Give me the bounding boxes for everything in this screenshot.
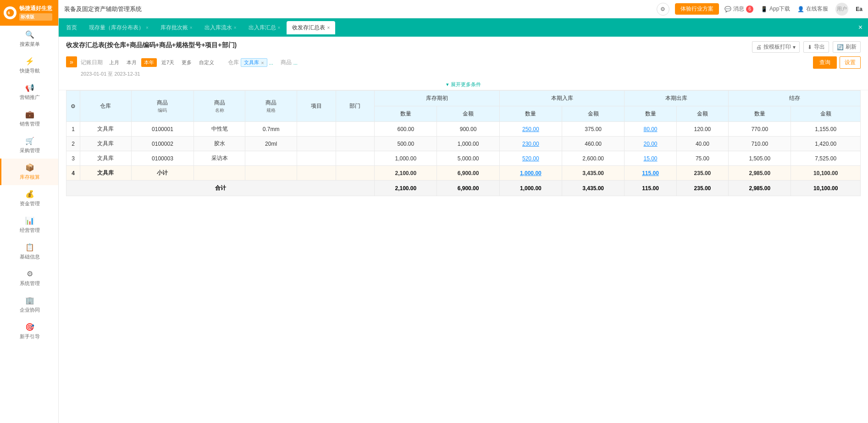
- user-avatar[interactable]: 用户: [835, 3, 848, 16]
- subtotal-col7: [336, 166, 374, 181]
- finance-icon: 💰: [25, 190, 34, 198]
- tab-inout-flow-close[interactable]: ×: [234, 25, 237, 30]
- th-group-opening: 库存期初: [375, 91, 500, 106]
- sidebar-item-newbie[interactable]: 🎯 新手引导: [0, 318, 58, 345]
- header-actions: 💬 消息 6 📱 App下载 👤 在线客服 用户 Ea: [724, 3, 862, 16]
- message-button[interactable]: 💬 消息 6: [724, 5, 753, 13]
- total-opening-amt: 6,900.00: [437, 181, 499, 196]
- sidebar-item-quick-nav[interactable]: ⚡ 快捷导航: [0, 52, 58, 79]
- chevron-down-icon: ▾: [793, 44, 796, 50]
- tab-home-label: 首页: [66, 24, 77, 32]
- experience-button[interactable]: 体验行业方案: [675, 3, 719, 15]
- row3-in-qty[interactable]: 520.00: [499, 151, 562, 166]
- row3-out-amt: 75.00: [676, 151, 728, 166]
- tab-recv-send-summary[interactable]: 收发存汇总表 ×: [287, 21, 335, 34]
- main-area: 装备及固定资产辅助管理系统 ⚙ 体验行业方案 💬 消息 6 📱 App下载 👤 …: [59, 0, 868, 423]
- row2-in-qty[interactable]: 230.00: [499, 137, 562, 151]
- sidebar-item-basic-info[interactable]: 📋 基础信息: [0, 238, 58, 265]
- app-name-short: 畅捷通好生意: [19, 5, 52, 12]
- subtotal-in-qty[interactable]: 1,000.00: [499, 166, 562, 181]
- row1-spec: 0.7mm: [245, 122, 297, 137]
- sidebar-item-finance[interactable]: 💰 资金管理: [0, 185, 58, 212]
- tab-batch-close[interactable]: ×: [190, 25, 193, 30]
- date-range-display: 2023-01-01 至 2023-12-31: [81, 71, 861, 79]
- warehouse-more[interactable]: ...: [269, 60, 273, 66]
- subtotal-col6: [297, 166, 336, 181]
- row1-out-qty-link[interactable]: 80.00: [643, 126, 657, 132]
- sidebar-item-search[interactable]: 🔍 搜索菜单: [0, 26, 58, 52]
- th-warehouse: 仓库: [80, 91, 132, 122]
- sidebar-item-inventory[interactable]: 📦 库存核算: [0, 159, 58, 185]
- query-button[interactable]: 查询: [813, 56, 837, 69]
- message-badge: 6: [746, 5, 753, 13]
- subtotal-out-qty-link[interactable]: 115.00: [642, 170, 659, 176]
- row1-project: [297, 122, 336, 137]
- print-template-label: 按模板打印: [763, 43, 791, 51]
- sidebar-item-corp[interactable]: 🏢 企业协同: [0, 291, 58, 318]
- tab-inout-summary[interactable]: 出入库汇总 ×: [243, 21, 286, 34]
- date-btn-last-month[interactable]: 上月: [106, 58, 122, 67]
- filter-toggle-button[interactable]: »: [66, 56, 77, 67]
- warehouse-tag-close[interactable]: ×: [261, 60, 264, 66]
- tab-inventory-dist-close[interactable]: ×: [146, 25, 149, 30]
- th-out-qty: 数量: [625, 106, 676, 122]
- subtotal-warehouse: 文具库: [80, 166, 132, 181]
- settings-button[interactable]: ⚙: [657, 3, 669, 16]
- app-download-button[interactable]: 📱 App下载: [761, 5, 790, 13]
- tab-bar: 首页 现存量（库存分布表） × 库存批次账 × 出入库流水 × 出入库汇总 × …: [59, 18, 868, 37]
- row1-in-qty-link[interactable]: 250.00: [522, 126, 539, 132]
- subtotal-in-qty-link[interactable]: 1,000.00: [520, 170, 542, 176]
- row2-in-qty-link[interactable]: 230.00: [522, 141, 539, 147]
- subtotal-opening-qty: 2,100.00: [375, 166, 437, 181]
- expand-more-button[interactable]: ▾ 展开更多条件: [59, 79, 868, 90]
- refresh-icon: 🔄: [837, 44, 844, 50]
- online-service-button[interactable]: 👤 在线客服: [797, 5, 828, 13]
- row1-in-qty[interactable]: 250.00: [499, 122, 562, 137]
- total-label: 合计: [66, 181, 375, 196]
- sidebar-item-marketing[interactable]: 📢 营销推广: [0, 79, 58, 105]
- row3-balance-amt: 7,525.00: [791, 151, 861, 166]
- date-btn-7days[interactable]: 近7天: [159, 58, 177, 67]
- warehouse-tag: 文具库 ×: [241, 58, 267, 67]
- row3-out-qty-link[interactable]: 15.00: [643, 155, 657, 162]
- table-row: 3 文具库 0100003 采访本 1,000.00 5,000.00 520.…: [66, 151, 861, 166]
- subtotal-out-qty[interactable]: 115.00: [625, 166, 676, 181]
- refresh-button[interactable]: 🔄 刷新: [833, 41, 861, 53]
- date-btn-more[interactable]: 更多: [179, 58, 194, 67]
- tab-bar-close-all[interactable]: ×: [855, 22, 866, 33]
- sidebar-item-sales[interactable]: 💼 销售管理: [0, 105, 58, 132]
- row1-seq: 1: [66, 122, 80, 137]
- date-btn-this-month[interactable]: 本月: [124, 58, 139, 67]
- subtotal-label: 小计: [131, 166, 194, 181]
- print-template-button[interactable]: 🖨 按模板打印 ▾: [752, 41, 800, 53]
- date-btn-this-year[interactable]: 本年: [141, 58, 157, 67]
- row1-balance-qty: 770.00: [729, 122, 791, 137]
- sidebar-item-purchase[interactable]: 🛒 采购管理: [0, 132, 58, 159]
- row1-out-qty[interactable]: 80.00: [625, 122, 676, 137]
- tab-home[interactable]: 首页: [61, 21, 83, 34]
- setting-button[interactable]: 设置: [840, 56, 861, 69]
- tab-inout-flow[interactable]: 出入库流水 ×: [199, 21, 242, 34]
- tab-recv-send-summary-close[interactable]: ×: [327, 25, 330, 30]
- row2-out-qty[interactable]: 20.00: [625, 137, 676, 151]
- row3-out-qty[interactable]: 15.00: [625, 151, 676, 166]
- row2-balance-qty: 710.00: [729, 137, 791, 151]
- goods-more[interactable]: ...: [293, 60, 298, 66]
- export-button[interactable]: ⬇ 导出: [803, 41, 829, 53]
- export-icon: ⬇: [807, 44, 812, 50]
- tab-inout-summary-close[interactable]: ×: [278, 25, 281, 30]
- th-settings[interactable]: ⚙: [66, 91, 80, 122]
- sidebar-item-system[interactable]: ⚙ 系统管理: [0, 265, 58, 291]
- row3-in-amt: 2,600.00: [562, 151, 625, 166]
- row3-in-qty-link[interactable]: 520.00: [522, 155, 539, 162]
- sidebar-label-finance: 资金管理: [20, 200, 40, 207]
- tab-inventory-dist[interactable]: 现存量（库存分布表） ×: [83, 21, 154, 34]
- row2-out-qty-link[interactable]: 20.00: [643, 141, 657, 147]
- sidebar-item-operation[interactable]: 📊 经营管理: [0, 212, 58, 238]
- date-btn-custom[interactable]: 自定义: [196, 58, 217, 67]
- corp-icon: 🏢: [25, 296, 34, 305]
- row2-code: 0100002: [131, 137, 194, 151]
- sidebar-label-sales: 销售管理: [20, 121, 40, 127]
- total-row: 合计 2,100.00 6,900.00 1,000.00 3,435.00 1…: [66, 181, 861, 196]
- tab-batch[interactable]: 库存批次账 ×: [155, 21, 198, 34]
